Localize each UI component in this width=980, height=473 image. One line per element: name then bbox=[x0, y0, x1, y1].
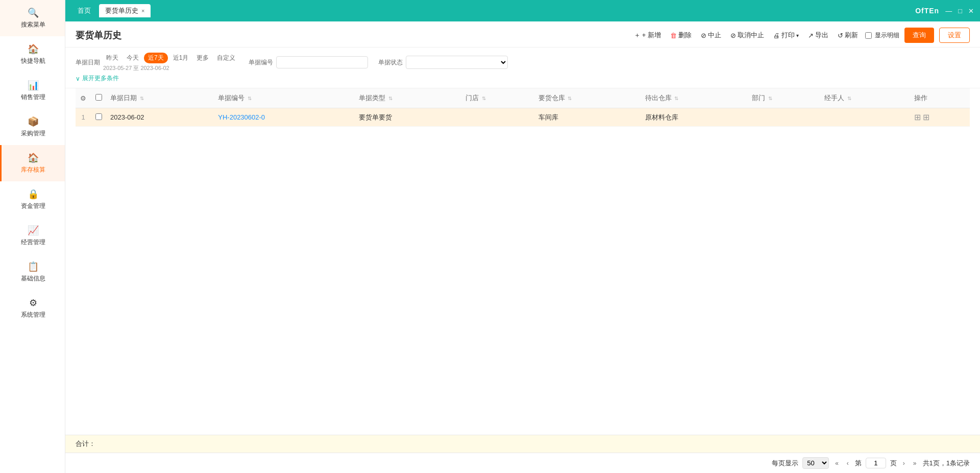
topbar-right: OfTEn — □ ✕ bbox=[915, 7, 974, 15]
pagination-bar: 每页显示 50 10 20 100 « ‹ 第 页 › » 共1页，1条记录 bbox=[65, 453, 980, 473]
basic-icon: 📋 bbox=[28, 261, 39, 272]
toolbar-refresh-btn[interactable]: ↺ 刷新 bbox=[836, 30, 860, 41]
col-bill-no: 单据编号 ⇅ bbox=[214, 88, 355, 108]
date-chip-today[interactable]: 今天 bbox=[124, 53, 142, 63]
date-filter-label: 单据日期 bbox=[76, 58, 100, 67]
tab-active[interactable]: 要货单历史 × bbox=[99, 4, 151, 17]
row-num: 1 bbox=[76, 108, 91, 127]
sort-handler-icon[interactable]: ⇅ bbox=[847, 96, 851, 101]
toolbar-delete-btn[interactable]: 🗑 删除 bbox=[668, 30, 694, 41]
prev-page-btn[interactable]: ‹ bbox=[845, 459, 851, 468]
search-menu-icon: 🔍 bbox=[28, 7, 39, 18]
row-pend-warehouse: 原材料仓库 bbox=[641, 108, 748, 127]
table-container: ⚙ 单据日期 ⇅ 单据编号 ⇅ 单据类型 bbox=[65, 88, 980, 435]
suspend-icon: ⊘ bbox=[701, 32, 706, 39]
tab-home[interactable]: 首页 bbox=[71, 4, 97, 17]
setting-button[interactable]: 设置 bbox=[939, 28, 970, 43]
toolbar-export-btn[interactable]: ↗ 导出 bbox=[806, 30, 830, 41]
delete-label: 删除 bbox=[678, 31, 692, 40]
row-checkbox[interactable] bbox=[95, 113, 102, 120]
date-range-display: 2023-05-27 至 2023-06-02 bbox=[103, 64, 238, 72]
toolbar-suspend-btn[interactable]: ⊘ 中止 bbox=[699, 30, 723, 41]
col-operation: 操作 bbox=[910, 88, 970, 108]
next-page-btn[interactable]: › bbox=[901, 459, 907, 468]
date-chip-yesterday[interactable]: 昨天 bbox=[103, 53, 121, 63]
first-page-btn[interactable]: « bbox=[833, 459, 841, 468]
display-detail-checkbox[interactable] bbox=[865, 32, 872, 39]
sort-store-icon[interactable]: ⇅ bbox=[482, 96, 486, 101]
sort-type-icon[interactable]: ⇅ bbox=[388, 96, 393, 101]
row-bill-no: YH-20230602-0 bbox=[214, 108, 355, 127]
plus-icon: ＋ bbox=[634, 31, 641, 40]
new-label: + 新增 bbox=[642, 31, 661, 40]
date-chip-7days[interactable]: 近7天 bbox=[144, 53, 168, 63]
window-min-btn[interactable]: — bbox=[945, 7, 952, 15]
toolbar-print-btn[interactable]: 🖨 打印 ▾ bbox=[771, 30, 801, 41]
topbar-logo: OfTEn bbox=[915, 7, 939, 15]
sidebar-item-system[interactable]: ⚙ 系统管理 bbox=[0, 290, 65, 326]
main-area: 首页 要货单历史 × OfTEn — □ ✕ 要货单历史 ＋ + 新增 🗑 bbox=[65, 0, 980, 473]
col-bill-type: 单据类型 ⇅ bbox=[355, 88, 461, 108]
last-page-btn[interactable]: » bbox=[911, 459, 919, 468]
sidebar-item-sales[interactable]: 📊 销售管理 bbox=[0, 73, 65, 109]
bill-no-link[interactable]: YH-20230602-0 bbox=[218, 113, 265, 121]
col-store: 门店 ⇅ bbox=[461, 88, 534, 108]
tab-home-label: 首页 bbox=[78, 6, 91, 15]
query-button[interactable]: 查询 bbox=[904, 28, 934, 43]
sort-pendwh-icon[interactable]: ⇅ bbox=[674, 96, 678, 101]
sidebar-item-purchase[interactable]: 📦 采购管理 bbox=[0, 109, 65, 145]
status-select[interactable] bbox=[406, 56, 508, 69]
per-page-select[interactable]: 50 10 20 100 bbox=[802, 457, 829, 469]
row-date: 2023-06-02 bbox=[106, 108, 214, 127]
col-dept: 部门 ⇅ bbox=[748, 88, 820, 108]
row-op-edit-btn[interactable]: ⊞ bbox=[914, 113, 921, 122]
page-number-input[interactable] bbox=[866, 458, 886, 468]
row-checkbox-cell bbox=[91, 108, 106, 127]
bill-number-input[interactable] bbox=[276, 56, 368, 68]
row-bill-type: 要货单要货 bbox=[355, 108, 461, 127]
sidebar-item-search[interactable]: 🔍 搜索菜单 bbox=[0, 0, 65, 36]
window-max-btn[interactable]: □ bbox=[958, 7, 962, 15]
date-chip-1month[interactable]: 近1月 bbox=[170, 53, 192, 63]
refresh-icon: ↺ bbox=[838, 32, 843, 39]
quicknav-icon: 🏠 bbox=[28, 43, 39, 55]
row-op-more-btn[interactable]: ⊞ bbox=[923, 113, 929, 122]
row-operation: ⊞ ⊞ bbox=[910, 108, 970, 127]
sort-reqwh-icon[interactable]: ⇅ bbox=[568, 96, 572, 101]
sidebar-item-label: 快捷导航 bbox=[21, 57, 45, 65]
display-detail-toggle[interactable]: 显示明细 bbox=[865, 31, 899, 40]
window-close-btn[interactable]: ✕ bbox=[968, 7, 974, 15]
sort-billno-icon[interactable]: ⇅ bbox=[248, 96, 252, 101]
filter-bar: 单据日期 昨天 今天 近7天 近1月 更多 自定义 2023-05-27 至 2… bbox=[65, 48, 980, 88]
sidebar-item-label: 系统管理 bbox=[21, 311, 45, 319]
date-chip-custom[interactable]: 自定义 bbox=[214, 53, 238, 63]
select-all-checkbox[interactable] bbox=[95, 94, 102, 101]
page-suffix: 页 bbox=[890, 459, 897, 468]
purchase-icon: 📦 bbox=[28, 116, 39, 127]
filter-billno-group: 单据编号 bbox=[249, 56, 368, 68]
tab-close-icon[interactable]: × bbox=[141, 8, 144, 14]
sort-dept-icon[interactable]: ⇅ bbox=[768, 96, 772, 101]
toolbar-cancel-suspend-btn[interactable]: ⊘ 取消中止 bbox=[728, 30, 766, 41]
refresh-label: 刷新 bbox=[845, 31, 858, 40]
table-footer: 合计： bbox=[65, 435, 980, 453]
sidebar-item-basic[interactable]: 📋 基础信息 bbox=[0, 254, 65, 290]
sidebar: 🔍 搜索菜单 🏠 快捷导航 📊 销售管理 📦 采购管理 🏠 库存核算 🔒 资金管… bbox=[0, 0, 65, 473]
cancel-suspend-label: 取消中止 bbox=[738, 31, 764, 40]
sales-icon: 📊 bbox=[28, 80, 39, 91]
sidebar-item-quicknav[interactable]: 🏠 快捷导航 bbox=[0, 36, 65, 73]
sidebar-item-operation[interactable]: 📈 经营管理 bbox=[0, 218, 65, 254]
sidebar-item-inventory[interactable]: 🏠 库存核算 bbox=[0, 145, 65, 181]
expand-more-btn[interactable]: ∨ 展开更多条件 bbox=[76, 74, 970, 83]
content-area: 要货单历史 ＋ + 新增 🗑 删除 ⊘ 中止 ⊘ 取消中止 bbox=[65, 21, 980, 473]
sort-date-icon[interactable]: ⇅ bbox=[140, 96, 144, 101]
page-label: 第 bbox=[855, 459, 862, 468]
toolbar-new-btn[interactable]: ＋ + 新增 bbox=[632, 30, 663, 41]
row-dept bbox=[748, 108, 820, 127]
row-store bbox=[461, 108, 534, 127]
settings-col-header[interactable]: ⚙ bbox=[76, 88, 91, 108]
date-chip-more[interactable]: 更多 bbox=[193, 53, 212, 63]
table-row: 1 2023-06-02 YH-20230602-0 要货单要货 车间库 原材料… bbox=[76, 108, 970, 127]
sidebar-item-finance[interactable]: 🔒 资金管理 bbox=[0, 181, 65, 218]
sidebar-item-label: 资金管理 bbox=[21, 202, 45, 210]
